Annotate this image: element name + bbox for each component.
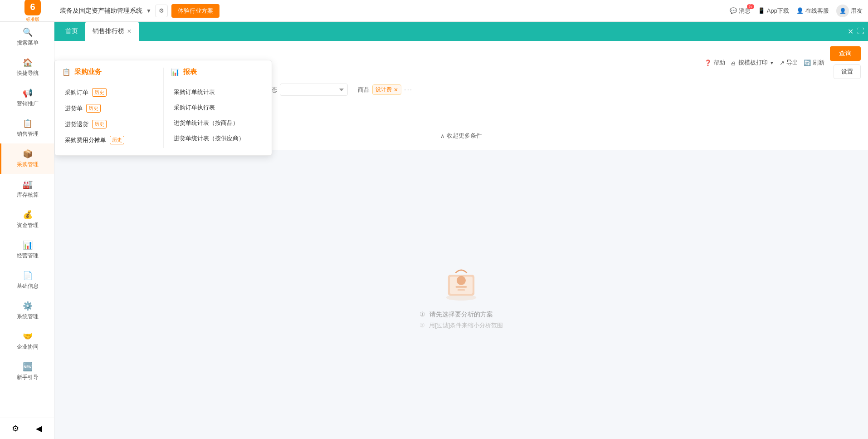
menu-item-label-inbound-stat-supplier: 进货单统计表（按供应商） <box>174 134 244 143</box>
message-icon: 💬 <box>730 7 737 14</box>
sidebar-item-base[interactable]: 📄 基础信息 <box>0 265 54 296</box>
empty-illustration <box>439 260 484 305</box>
menu-item-return[interactable]: 进货退货 历史 <box>62 116 156 132</box>
sidebar-item-nav[interactable]: 🏠 快捷导航 <box>0 52 54 83</box>
tab-expand-icon[interactable]: ⛶ <box>857 27 864 35</box>
export-icon: ↗ <box>780 59 785 66</box>
report-section: 📊 报表 采购订单统计表 采购订单执行表 进货单统计表（按商品） <box>171 68 265 148</box>
sales-icon: 📋 <box>23 118 33 128</box>
goods-more-btn[interactable]: ··· <box>404 86 413 94</box>
report-section-title: 📊 报表 <box>171 68 265 79</box>
refresh-label: 刷新 <box>813 59 824 67</box>
empty-state: ① 请先选择要分析的方案 ② 用[过滤]条件来缩小分析范围 <box>54 150 868 439</box>
base-icon: 📄 <box>23 271 33 281</box>
search-icon: 🔍 <box>23 27 33 37</box>
sidebar-item-corp[interactable]: 🤝 企业协同 <box>0 326 54 356</box>
sidebar-item-system[interactable]: ⚙️ 系统管理 <box>0 296 54 326</box>
sidebar-item-inventory[interactable]: 🏭 库存核算 <box>0 174 54 204</box>
settings-bottom-icon[interactable]: ⚙ <box>12 424 19 434</box>
print-icon: 🖨 <box>731 59 736 66</box>
refresh-action[interactable]: 🔄 刷新 <box>804 59 824 67</box>
message-badge: 5 <box>747 4 754 9</box>
phone-icon: 📱 <box>758 7 765 14</box>
sidebar-item-guide[interactable]: 🆕 新手引导 <box>0 356 54 387</box>
industry-btn[interactable]: 体验行业方案 <box>171 4 219 18</box>
help-action[interactable]: ❓ 帮助 <box>704 59 725 67</box>
history-badge-1[interactable]: 历史 <box>86 104 101 113</box>
gear-button[interactable]: ⚙ <box>155 5 168 17</box>
sidebar-label-capital: 资金管理 <box>17 222 39 229</box>
menu-item-inbound[interactable]: 进货单 历史 <box>62 100 156 116</box>
sidebar-item-purchase[interactable]: 📦 采购管理 <box>0 143 54 174</box>
sidebar-label-guide: 新手引导 <box>17 374 39 381</box>
menu-item-label-purchase-order: 采购订单 <box>65 89 88 97</box>
tab-home[interactable]: 首页 <box>58 22 85 41</box>
history-badge-2[interactable]: 历史 <box>92 120 107 128</box>
goods-tag: 设计费 ✕ <box>372 84 401 95</box>
export-action[interactable]: ↗ 导出 <box>780 59 798 67</box>
guide-icon: 🆕 <box>23 362 33 372</box>
sidebar-bottom: ⚙ ◀ <box>0 418 54 439</box>
empty-text-2: ② 用[过滤]条件来缩小分析范围 <box>419 321 503 330</box>
capital-icon: 💰 <box>23 210 33 220</box>
tab-sales-rank[interactable]: 销售排行榜 ✕ <box>85 22 139 41</box>
menu-item-purchase-order-stat[interactable]: 采购订单统计表 <box>171 84 265 100</box>
menu-divider <box>163 68 164 148</box>
svg-point-3 <box>457 276 466 285</box>
refresh-icon: 🔄 <box>804 59 811 66</box>
setting-button[interactable]: 设置 <box>834 64 861 79</box>
menu-item-purchase-order[interactable]: 采购订单 历史 <box>62 84 156 100</box>
tab-close-icon[interactable]: ✕ <box>127 28 132 35</box>
query-button[interactable]: 查询 <box>830 46 861 61</box>
app-download-item[interactable]: 📱 App下载 <box>758 7 789 15</box>
history-badge-0[interactable]: 历史 <box>92 88 107 97</box>
sidebar-label-operation: 经营管理 <box>17 252 39 260</box>
export-label: 导出 <box>786 59 798 67</box>
sidebar-item-search[interactable]: 🔍 搜索菜单 <box>0 22 54 52</box>
menu-item-expense[interactable]: 采购费用分摊单 历史 <box>62 132 156 148</box>
collapse-sidebar-icon[interactable]: ◀ <box>36 424 42 434</box>
status-select[interactable] <box>280 84 348 96</box>
print-dropdown-icon: ▼ <box>770 60 774 65</box>
goods-field: 商品 设计费 ✕ ··· <box>358 84 413 95</box>
sidebar-item-marketing[interactable]: 📢 营销推广 <box>0 83 54 113</box>
sidebar-label-sales: 销售管理 <box>17 130 39 138</box>
messages-item[interactable]: 💬 消息 5 <box>730 7 751 15</box>
menu-item-label-inbound-stat-goods: 进货单统计表（按商品） <box>174 119 239 127</box>
goods-tag-close[interactable]: ✕ <box>394 87 398 93</box>
menu-item-label-inbound: 进货单 <box>65 104 83 113</box>
inventory-icon: 🏭 <box>23 179 33 189</box>
top-header: 6 标准版 装备及固定资产辅助管理系统 ▼ ⚙ 体验行业方案 💬 消息 5 📱 … <box>0 0 868 22</box>
menu-item-inbound-stat-goods[interactable]: 进货单统计表（按商品） <box>171 115 265 131</box>
history-badge-3[interactable]: 历史 <box>110 136 124 144</box>
logo-icon: 6 <box>24 0 41 15</box>
menu-item-label-purchase-order-exec: 采购订单执行表 <box>174 104 215 112</box>
menu-item-purchase-order-exec[interactable]: 采购订单执行表 <box>171 100 265 115</box>
user-item[interactable]: 👤 用友 <box>836 5 863 17</box>
help-icon: ❓ <box>704 59 712 66</box>
tab-bar-right: ✕ ⛶ <box>848 27 864 36</box>
service-item[interactable]: 👤 在线客服 <box>796 7 829 15</box>
sidebar-label-system: 系统管理 <box>17 313 39 321</box>
goods-label: 商品 <box>358 86 370 94</box>
purchase-section: 📋 采购业务 采购订单 历史 进货单 历史 进货退货 <box>62 68 156 148</box>
print-action[interactable]: 🖨 按模板打印 ▼ <box>731 59 774 67</box>
app-label: App下载 <box>767 7 789 15</box>
tab-close-all-icon[interactable]: ✕ <box>848 27 853 36</box>
header-right: 💬 消息 5 📱 App下载 👤 在线客服 👤 用友 <box>730 5 863 17</box>
sidebar-item-capital[interactable]: 💰 资金管理 <box>0 204 54 235</box>
content-area: 首页 销售排行榜 ✕ ✕ ⛶ ❓ 帮助 🖨 <box>54 22 868 439</box>
sidebar-item-operation[interactable]: 📊 经营管理 <box>0 235 54 265</box>
main-layout: 🔍 搜索菜单 🏠 快捷导航 📢 营销推广 📋 销售管理 📦 采购管理 🏭 库存核… <box>0 22 868 439</box>
menu-item-inbound-stat-supplier[interactable]: 进货单统计表（按供应商） <box>171 131 265 146</box>
sidebar-item-sales[interactable]: 📋 销售管理 <box>0 113 54 143</box>
logo-area: 6 标准版 <box>5 0 60 23</box>
sidebar-label-purchase: 采购管理 <box>17 161 39 168</box>
dropdown-overlay: 📋 采购业务 采购订单 历史 进货单 历史 进货退货 <box>54 60 272 156</box>
report-section-icon: 📊 <box>171 68 180 76</box>
menu-item-label-return: 进货退货 <box>65 120 88 128</box>
marketing-icon: 📢 <box>23 88 33 98</box>
system-dropdown-btn[interactable]: ▼ <box>146 8 151 14</box>
svg-rect-4 <box>456 286 467 287</box>
dropdown-menu: 📋 采购业务 采购订单 历史 进货单 历史 进货退货 <box>54 60 272 156</box>
